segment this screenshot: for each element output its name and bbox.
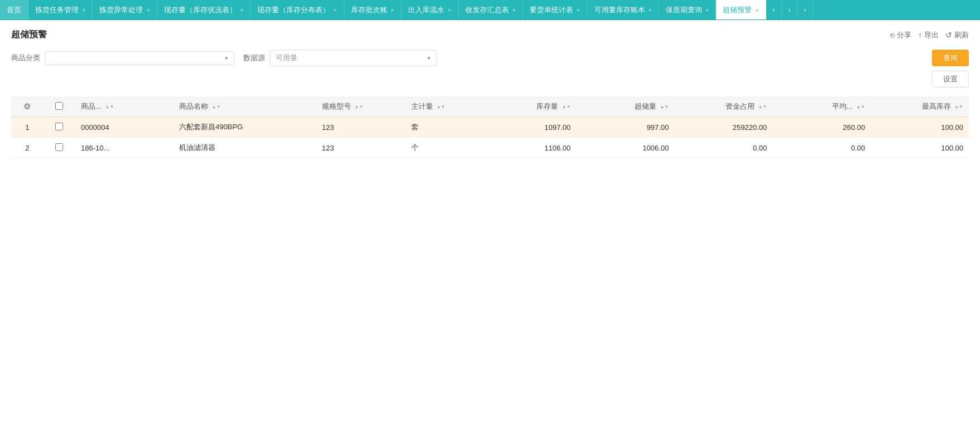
query-button[interactable]: 查询 <box>932 50 969 66</box>
row-max: 100.00 <box>871 138 969 158</box>
th-gear: ⚙ <box>11 96 44 117</box>
nav-more-arrow[interactable]: › <box>798 0 813 20</box>
row-no: 1 <box>11 117 44 138</box>
row-name: 六配套新昌490BPG <box>174 117 316 138</box>
row-spec: 123 <box>316 138 406 158</box>
row-checkbox-cell[interactable] <box>44 117 76 138</box>
close-icon[interactable]: × <box>577 7 580 13</box>
row-capital: 0.00 <box>674 138 772 158</box>
share-button[interactable]: ⎋ 分享 <box>890 30 911 40</box>
gear-icon[interactable]: ⚙ <box>23 101 31 111</box>
th-stock[interactable]: 库存量 ▲▼ <box>478 96 577 117</box>
sort-icon: ▲▼ <box>562 105 571 109</box>
close-icon[interactable]: × <box>705 7 709 13</box>
nav-item-stock-dist[interactable]: 现存量（库存分布表） × <box>251 0 344 20</box>
table-row: 1 0000004 六配套新昌490BPG 123 套 1097.00 997.… <box>11 117 969 138</box>
set-button[interactable]: 设置 <box>932 71 969 88</box>
sort-icon: ▲▼ <box>212 105 221 109</box>
close-icon[interactable]: × <box>448 7 451 13</box>
row-code: 186-10... <box>75 138 174 158</box>
close-icon[interactable]: × <box>512 7 516 13</box>
chevron-down-icon: ▾ <box>427 55 431 62</box>
row-code: 0000004 <box>75 117 174 138</box>
share-icon: ⎋ <box>890 31 895 40</box>
row-stock: 1097.00 <box>478 117 577 138</box>
table-header-row: ⚙ 商品... ▲▼ 商品名称 ▲▼ 规格型号 ▲▼ 主计 <box>11 96 969 117</box>
table-row: 2 186-10... 机油滤清器 123 个 1106.00 1006.00 … <box>11 138 969 158</box>
row-checkbox-cell[interactable] <box>44 138 76 158</box>
nav-item-task-mgmt[interactable]: 拣货任务管理 × <box>28 0 93 20</box>
th-max[interactable]: 最高库存 ▲▼ <box>871 96 969 117</box>
row-no: 2 <box>11 138 44 158</box>
close-icon[interactable]: × <box>755 7 758 13</box>
nav-item-order-stats[interactable]: 要货单统计表 × <box>523 0 587 20</box>
main-content: 超储预警 ⎋ 分享 ↑ 导出 ↺ 刷新 商品分类 ▾ <box>0 20 980 446</box>
sort-icon: ▲▼ <box>660 105 669 109</box>
th-checkbox <box>44 96 76 117</box>
sort-icon: ▲▼ <box>856 105 865 109</box>
data-table: ⚙ 商品... ▲▼ 商品名称 ▲▼ 规格型号 ▲▼ 主计 <box>11 96 969 158</box>
row-unit: 套 <box>406 117 478 138</box>
row-name: 机油滤清器 <box>174 138 316 158</box>
close-icon[interactable]: × <box>648 7 652 13</box>
category-filter-group: 商品分类 ▾ <box>11 51 234 65</box>
nav-item-home[interactable]: 首页 <box>0 0 28 20</box>
refresh-button[interactable]: ↺ 刷新 <box>945 30 969 40</box>
close-icon[interactable]: × <box>333 7 337 13</box>
export-button[interactable]: ↑ 导出 <box>918 30 939 40</box>
page-header: 超储预警 ⎋ 分享 ↑ 导出 ↺ 刷新 <box>11 29 969 41</box>
nav-next-arrow[interactable]: › <box>782 0 798 20</box>
nav-item-abnormal[interactable]: 拣货异常处理 × <box>93 0 157 20</box>
export-icon: ↑ <box>918 31 922 40</box>
th-name[interactable]: 商品名称 ▲▼ <box>174 96 316 117</box>
close-icon[interactable]: × <box>82 7 85 13</box>
sort-icon: ▲▼ <box>105 105 114 109</box>
nav-item-avail-account[interactable]: 可用量库存账本 × <box>588 0 659 20</box>
select-all-checkbox[interactable] <box>55 102 63 110</box>
row-stock: 1106.00 <box>478 138 577 158</box>
row-checkbox[interactable] <box>55 143 63 151</box>
nav-item-batch-account[interactable]: 库存批次账 × <box>344 0 401 20</box>
row-unit: 个 <box>406 138 478 158</box>
nav-prev-arrow[interactable]: ‹ <box>766 0 782 20</box>
nav-item-overstock-warn[interactable]: 超储预警 × <box>716 0 766 20</box>
row-over: 1006.00 <box>577 138 675 158</box>
datasource-label: 数据源 <box>243 53 265 63</box>
th-capital[interactable]: 资金占用 ▲▼ <box>674 96 772 117</box>
nav-bar: 首页 拣货任务管理 × 拣货异常处理 × 现存量（库存状况表） × 现存量（库存… <box>0 0 980 20</box>
row-spec: 123 <box>316 117 406 138</box>
th-spec[interactable]: 规格型号 ▲▼ <box>316 96 406 117</box>
nav-item-stock-status[interactable]: 现存量（库存状况表） × <box>157 0 251 20</box>
th-over[interactable]: 超储量 ▲▼ <box>577 96 675 117</box>
row-max: 100.00 <box>871 117 969 138</box>
category-label: 商品分类 <box>11 53 40 63</box>
close-icon[interactable]: × <box>391 7 394 13</box>
th-unit[interactable]: 主计量 ▲▼ <box>406 96 478 117</box>
page-title: 超储预警 <box>11 29 47 41</box>
th-code[interactable]: 商品... ▲▼ <box>75 96 174 117</box>
nav-item-quality-check[interactable]: 保质期查询 × <box>659 0 716 20</box>
close-icon[interactable]: × <box>146 7 150 13</box>
sort-icon: ▲▼ <box>436 105 445 109</box>
header-actions: ⎋ 分享 ↑ 导出 ↺ 刷新 <box>890 30 969 40</box>
nav-item-collect-summary[interactable]: 收发存汇总表 × <box>459 0 523 20</box>
row-over: 997.00 <box>577 117 675 138</box>
row-avg: 0.00 <box>772 138 871 158</box>
datasource-select[interactable]: 可用量 ▾ <box>270 50 437 66</box>
close-icon[interactable]: × <box>240 7 243 13</box>
datasource-filter-group: 数据源 可用量 ▾ <box>243 50 437 66</box>
row-capital: 259220.00 <box>674 117 772 138</box>
sort-icon: ▲▼ <box>954 105 963 109</box>
sort-icon: ▲▼ <box>354 105 363 109</box>
refresh-icon: ↺ <box>945 31 952 40</box>
row-avg: 260.00 <box>772 117 871 138</box>
category-select[interactable]: ▾ <box>45 51 234 65</box>
nav-item-inout-flow[interactable]: 出入库流水 × <box>401 0 458 20</box>
sort-icon: ▲▼ <box>758 105 767 109</box>
chevron-down-icon: ▾ <box>225 55 228 62</box>
row-checkbox[interactable] <box>55 123 63 130</box>
th-avg[interactable]: 平均... ▲▼ <box>772 96 871 117</box>
